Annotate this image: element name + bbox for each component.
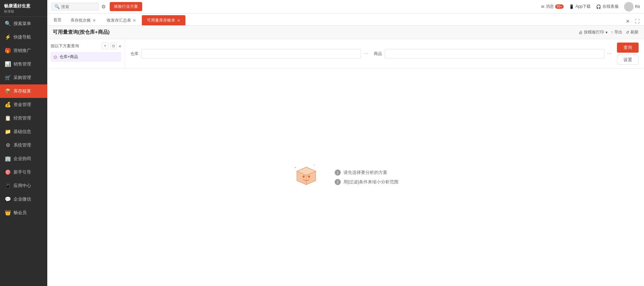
sidebar-item-enterprise[interactable]: 🏢 企业协同	[0, 152, 47, 165]
column-setting-button[interactable]: 设置	[617, 55, 639, 65]
tab-batch-label: 库存批次账	[71, 18, 91, 23]
svg-text:✦: ✦	[313, 164, 315, 166]
sidebar-item-label: 搜索菜单	[14, 21, 31, 27]
basic-icon: 📁	[5, 129, 11, 135]
topbar-search-box[interactable]: 🔍	[51, 3, 99, 10]
message-button[interactable]: ✉ 消息 99+	[541, 4, 564, 9]
sidebar-item-label: 库存核算	[14, 88, 31, 94]
purchase-icon: 🛒	[5, 75, 11, 81]
hint-text-2: 用[过滤]条件来缩小分析范围	[343, 179, 398, 185]
sidebar-item-label: 资金管理	[14, 102, 31, 108]
filter-scheme-title: 按以下方案查询	[51, 43, 79, 49]
gear-icon[interactable]: ⚙	[101, 4, 106, 10]
sidebar-item-label: 基础信息	[14, 129, 31, 135]
sidebar-item-member[interactable]: 👑 畅会员	[0, 206, 47, 219]
message-label: 消息	[546, 4, 554, 9]
sidebar-item-newbie[interactable]: 🎯 新手引导	[0, 165, 47, 179]
tab-inventory-summary-label: 收发存汇总表	[107, 18, 131, 23]
filter-warehouse-input[interactable]	[141, 49, 361, 58]
tab-close-all-button[interactable]: ✕	[624, 17, 632, 25]
sidebar-item-inventory[interactable]: 📦 库存核算	[0, 84, 47, 98]
user-avatar-button[interactable]: Rit	[624, 2, 640, 11]
refresh-button[interactable]: ↺ 刷新	[626, 29, 639, 35]
sidebar-item-label: 企业协同	[14, 156, 31, 162]
filter-warehouse-label: 仓库	[130, 51, 138, 57]
empty-state: ✦ ✦ 1 请先选择要分析的方案 2 用[过滤]条件来缩小分析范围	[47, 69, 644, 286]
app-download-button[interactable]: 📱 App下载	[569, 4, 591, 9]
sidebar-item-appcenter[interactable]: 📱 应用中心	[0, 179, 47, 192]
refresh-icon: ↺	[626, 30, 629, 35]
service-label: 在线客服	[602, 4, 619, 9]
sidebar-item-sales[interactable]: 📊 销售管理	[0, 57, 47, 71]
filter-collapse-button[interactable]: «	[119, 43, 121, 49]
sidebar-edition: 标准版	[4, 9, 43, 14]
sidebar-item-marketing[interactable]: 🎁 营销推广	[0, 44, 47, 57]
tab-batch-close[interactable]: ✕	[93, 18, 96, 23]
sidebar-item-weixin[interactable]: 💬 企业微信	[0, 192, 47, 206]
app-label: App下载	[575, 4, 591, 9]
tab-home[interactable]: 首页	[50, 15, 65, 25]
sidebar-item-search[interactable]: 🔍 搜索菜单	[0, 17, 47, 30]
tabs-bar: 首页 库存批次账 ✕ 收发存汇总表 ✕ 可用量库存账本 ✕ ✕ ⛶	[47, 14, 644, 26]
hint-num-2: 2	[335, 179, 341, 185]
scheme-icon: ⊙	[53, 54, 57, 60]
tab-batch[interactable]: 库存批次账 ✕	[66, 15, 101, 25]
filter-actions: 查询 设置	[617, 39, 644, 68]
filter-product-more-icon[interactable]: ···	[607, 51, 612, 57]
filter-scheme-warehouse-product[interactable]: ⊙ 仓库+商品	[51, 52, 121, 62]
hint-num-1: 1	[335, 170, 341, 176]
print-button[interactable]: 🖨 按模板打印 ▾	[578, 29, 608, 35]
sales-icon: 📊	[5, 61, 11, 67]
sidebar-item-label: 系统管理	[14, 142, 31, 148]
message-badge: 99+	[555, 4, 564, 9]
trial-button[interactable]: 体验行业方案	[110, 2, 142, 11]
print-chevron-icon: ▾	[606, 30, 608, 35]
message-icon: ✉	[541, 4, 544, 9]
sidebar-item-finance[interactable]: 💰 资金管理	[0, 98, 47, 111]
search-input[interactable]	[61, 4, 95, 9]
sidebar-item-purchase[interactable]: 🛒 采购管理	[0, 71, 47, 84]
filter-product-input[interactable]	[385, 49, 604, 58]
tab-inventory-summary-close[interactable]: ✕	[133, 18, 136, 23]
tab-expand-button[interactable]: ⛶	[633, 17, 641, 25]
tab-available-qty-close[interactable]: ✕	[177, 18, 180, 23]
svg-point-4	[308, 176, 310, 178]
filter-main: 仓库 ··· 商品 ···	[125, 39, 617, 68]
content-area: 可用量查询(按仓库+商品) 🖨 按模板打印 ▾ ↑ 导出 ↺ 刷新	[47, 26, 644, 286]
sidebar-item-label: 快捷导航	[14, 34, 31, 40]
sidebar-item-label: 销售管理	[14, 61, 31, 67]
filter-product-label: 商品	[374, 51, 382, 57]
avatar	[624, 2, 634, 11]
filter-setting-icon-button[interactable]: ⊙	[110, 43, 117, 49]
shortcut-icon: ⚡	[5, 34, 11, 40]
sidebar-item-label: 经营管理	[14, 115, 31, 121]
topbar: 🔍 ⚙ 体验行业方案 ✉ 消息 99+ 📱 App下载 🎧 在线客服 Rit	[47, 0, 644, 14]
filter-add-button[interactable]: +	[102, 43, 108, 49]
tab-available-qty[interactable]: 可用量库存账本 ✕	[142, 15, 185, 25]
empty-hint-1: 1 请先选择要分析的方案	[335, 170, 398, 176]
sidebar-item-shortcut[interactable]: ⚡ 快捷导航	[0, 30, 47, 44]
svg-text:✦: ✦	[294, 166, 297, 169]
empty-illustration: ✦ ✦	[293, 160, 327, 194]
filter-warehouse-more-icon[interactable]: ···	[364, 51, 368, 57]
export-label: 导出	[614, 29, 622, 35]
empty-hint-2: 2 用[过滤]条件来缩小分析范围	[335, 179, 398, 185]
page-title: 可用量查询(按仓库+商品)	[53, 29, 110, 35]
sidebar-header: 畅康通好生意 标准版	[0, 0, 47, 17]
sidebar-item-basic[interactable]: 📁 基础信息	[0, 125, 47, 138]
sidebar-item-system[interactable]: ⚙ 系统管理	[0, 138, 47, 152]
export-button[interactable]: ↑ 导出	[611, 29, 622, 35]
query-button[interactable]: 查询	[617, 43, 639, 53]
sidebar: 畅康通好生意 标准版 🔍 搜索菜单 ⚡ 快捷导航 🎁 营销推广 📊 销售管理 🛒…	[0, 0, 47, 286]
sidebar-item-operations[interactable]: 📋 经营管理	[0, 111, 47, 125]
service-icon: 🎧	[596, 4, 601, 9]
service-button[interactable]: 🎧 在线客服	[596, 4, 619, 9]
tab-inventory-summary[interactable]: 收发存汇总表 ✕	[102, 15, 141, 25]
export-icon: ↑	[611, 30, 613, 35]
marketing-icon: 🎁	[5, 48, 11, 54]
filter-area: 按以下方案查询 + ⊙ « ⊙ 仓库+商品 仓库 ···	[47, 39, 644, 69]
scheme-label: 仓库+商品	[59, 54, 78, 60]
filter-sidebar-header: 按以下方案查询 + ⊙ «	[51, 43, 121, 49]
empty-state-content: ✦ ✦ 1 请先选择要分析的方案 2 用[过滤]条件来缩小分析范围	[293, 160, 398, 194]
filter-warehouse-field: 仓库 ···	[130, 49, 368, 58]
